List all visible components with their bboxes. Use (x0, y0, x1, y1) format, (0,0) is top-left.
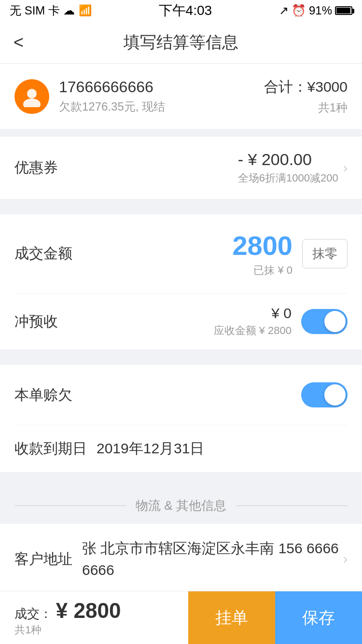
customer-card: 17666666666 欠款1276.35元, 现结 合计：¥3000 共1种 (0, 64, 362, 129)
prepay-amount-wrap: ¥ 0 应收金额 ¥ 2800 (214, 305, 292, 338)
bottom-count: 共1种 (14, 623, 174, 637)
due-date-value: 2019年12月31日 (97, 439, 204, 459)
address-label: 客户地址 (14, 549, 72, 569)
logistics-line-right (236, 505, 348, 506)
battery-percent: 91% (309, 4, 332, 17)
debit-label: 本单赊欠 (14, 385, 72, 405)
nav-bar: < 填写结算等信息 (0, 21, 362, 64)
bottom-summary: 成交： ¥ 2800 共1种 (0, 591, 188, 644)
debit-card: 本单赊欠 收款到期日 2019年12月31日 (0, 365, 362, 472)
total-count: 共1种 (264, 100, 348, 115)
debit-toggle[interactable] (301, 382, 348, 407)
coupon-detail: 全场6折满1000减200 (238, 171, 338, 185)
divider-1 (0, 207, 362, 214)
address-value: 张 北京市市辖区海淀区永丰南 156 6666 6666 (82, 537, 343, 581)
bottom-bar: 成交： ¥ 2800 共1种 挂单 保存 (0, 591, 362, 644)
round-button[interactable]: 抹零 (302, 239, 348, 268)
coupon-discount: - ¥ 200.00 (238, 150, 338, 169)
location-icon: ↗ (279, 4, 289, 17)
logistics-label: 物流 & 其他信息 (136, 497, 226, 514)
prepay-row: 冲预收 ¥ 0 应收金额 ¥ 2800 (0, 294, 362, 350)
bottom-deal-line: 成交： ¥ 2800 (14, 599, 174, 623)
bottom-deal-label: 成交： (14, 606, 52, 621)
customer-info: 17666666666 欠款1276.35元, 现结 (59, 78, 264, 114)
alarm-icon: ⏰ (292, 4, 306, 17)
main-content: 17666666666 欠款1276.35元, 现结 合计：¥3000 共1种 … (0, 64, 362, 644)
deal-row: 成交金额 2800 已抹 ¥ 0 抹零 (0, 214, 362, 293)
status-left: 无 SIM 卡 ☁ 📶 (10, 3, 92, 18)
coupon-label: 优惠券 (14, 158, 58, 178)
save-button[interactable]: 保存 (275, 591, 362, 644)
svg-point-0 (27, 89, 37, 98)
battery-icon (335, 6, 352, 15)
prepay-amount: ¥ 0 (214, 305, 292, 322)
customer-sub: 欠款1276.35元, 现结 (59, 99, 264, 114)
status-time: 下午4:03 (159, 1, 212, 20)
customer-total: 合计：¥3000 共1种 (264, 77, 348, 115)
deal-amount-wrap: 2800 已抹 ¥ 0 (232, 230, 292, 278)
address-row[interactable]: 客户地址 张 北京市市辖区海淀区永丰南 156 6666 6666 › (0, 524, 362, 594)
sim-label: 无 SIM 卡 ☁ (10, 3, 75, 18)
page-title: 填写结算等信息 (124, 31, 238, 54)
coupon-card[interactable]: 优惠券 - ¥ 200.00 全场6折满1000减200 › (0, 137, 362, 199)
divider-2 (0, 357, 362, 365)
deal-card: 成交金额 2800 已抹 ¥ 0 抹零 冲预收 ¥ 0 应收金额 ¥ 2800 (0, 214, 362, 350)
coupon-right: - ¥ 200.00 全场6折满1000减200 › (238, 150, 348, 185)
back-button[interactable]: < (14, 32, 24, 53)
deal-label: 成交金额 (14, 244, 72, 264)
avatar (14, 79, 49, 114)
wifi-icon: 📶 (79, 4, 92, 17)
deal-amount: 2800 (232, 230, 292, 261)
customer-row: 17666666666 欠款1276.35元, 现结 合计：¥3000 共1种 (0, 64, 362, 129)
logistics-section-header: 物流 & 其他信息 (0, 488, 362, 524)
prepay-toggle[interactable] (301, 309, 348, 334)
prepay-sub: 应收金额 ¥ 2800 (214, 323, 292, 338)
bottom-deal-amount: ¥ 2800 (56, 599, 121, 622)
avatar-icon (21, 86, 42, 107)
debit-row: 本单赊欠 (0, 365, 362, 425)
divider-3 (0, 480, 362, 488)
address-chevron-icon: › (343, 551, 348, 567)
coupon-info: - ¥ 200.00 全场6折满1000减200 (238, 150, 338, 185)
toggle-knob (324, 311, 346, 332)
hang-button[interactable]: 挂单 (188, 591, 275, 644)
deal-sub: 已抹 ¥ 0 (232, 263, 292, 278)
status-right: ↗ ⏰ 91% (279, 4, 352, 17)
customer-phone: 17666666666 (59, 78, 264, 96)
total-amount: 合计：¥3000 (264, 77, 348, 97)
due-date-label: 收款到期日 (14, 439, 87, 459)
chevron-right-icon: › (343, 160, 348, 176)
logistics-line-left (14, 505, 126, 506)
deal-right: 2800 已抹 ¥ 0 抹零 (232, 230, 348, 278)
prepay-label: 冲预收 (14, 312, 58, 332)
coupon-row[interactable]: 优惠券 - ¥ 200.00 全场6折满1000减200 › (0, 137, 362, 199)
svg-point-1 (23, 98, 41, 107)
due-date-row: 收款到期日 2019年12月31日 (0, 425, 362, 472)
address-card[interactable]: 客户地址 张 北京市市辖区海淀区永丰南 156 6666 6666 › (0, 524, 362, 594)
prepay-right: ¥ 0 应收金额 ¥ 2800 (214, 305, 348, 338)
debit-toggle-knob (324, 384, 346, 406)
status-bar: 无 SIM 卡 ☁ 📶 下午4:03 ↗ ⏰ 91% (0, 0, 362, 21)
